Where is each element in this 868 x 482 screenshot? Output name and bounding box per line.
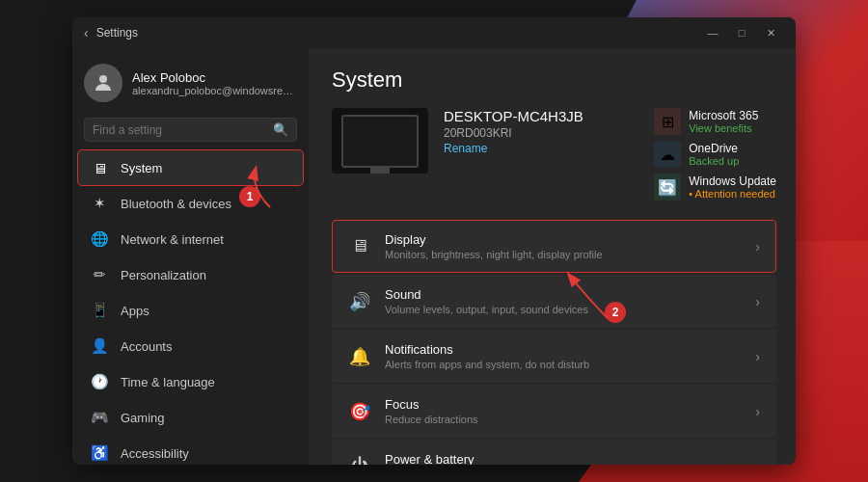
settings-title-4: Power & battery [385, 452, 742, 465]
title-bar: ‹ Settings — □ ✕ [72, 17, 796, 48]
settings-item-focus[interactable]: 🎯 Focus Reduce distractions › [332, 385, 776, 438]
settings-sub-2: Alerts from apps and system, do not dist… [385, 359, 742, 370]
settings-item-power---battery[interactable]: ⏻ Power & battery Sleep, battery usage, … [332, 440, 776, 465]
settings-title-0: Display [385, 232, 742, 247]
close-button[interactable]: ✕ [757, 19, 784, 46]
settings-sub-0: Monitors, brightness, night light, displ… [385, 249, 742, 260]
quick-link-icon-0: ⊞ [654, 108, 681, 135]
sidebar-item-system[interactable]: 🖥 System [78, 150, 303, 185]
settings-text-2: Notifications Alerts from apps and syste… [385, 342, 742, 370]
sidebar-item-time---language[interactable]: 🕐 Time & language [78, 364, 303, 399]
settings-title-2: Notifications [385, 342, 742, 357]
settings-icon-3: 🎯 [348, 400, 371, 423]
back-button[interactable]: ‹ [84, 25, 89, 40]
sidebar: Alex Poloboc alexandru_poloboc@windowsre… [72, 48, 309, 465]
device-name: DESKTOP-MC4H3JB [444, 108, 638, 124]
quick-link-text-1: OneDrive Backed up [689, 142, 739, 167]
sidebar-item-bluetooth---devices[interactable]: ✶ Bluetooth & devices [78, 186, 303, 221]
avatar [84, 64, 122, 102]
quick-link-text-2: Windows Update • Attention needed [689, 174, 776, 200]
nav-label-4: Apps [121, 304, 149, 318]
window-title: Settings [96, 26, 138, 40]
search-container: 🔍 [72, 114, 309, 149]
search-box: 🔍 [84, 118, 297, 142]
nav-label-6: Time & language [121, 375, 215, 389]
nav-label-1: Bluetooth & devices [121, 197, 231, 211]
user-profile[interactable]: Alex Poloboc alexandru_poloboc@windowsre… [72, 48, 309, 114]
settings-title-1: Sound [385, 287, 742, 302]
nav-icon-6: 🕐 [90, 372, 109, 391]
user-info: Alex Poloboc alexandru_poloboc@windowsre… [132, 70, 297, 96]
sidebar-item-gaming[interactable]: 🎮 Gaming [78, 400, 303, 435]
quick-link-2[interactable]: 🔄 Windows Update • Attention needed [654, 174, 776, 201]
nav-label-0: System [121, 161, 162, 175]
sidebar-item-apps[interactable]: 📱 Apps [78, 293, 303, 328]
search-icon: 🔍 [273, 122, 288, 137]
quick-link-sub-2: • Attention needed [689, 188, 776, 200]
settings-text-0: Display Monitors, brightness, night ligh… [385, 232, 742, 260]
nav-label-5: Accounts [121, 339, 172, 354]
annotation-2: 2 [605, 302, 626, 323]
settings-sub-3: Reduce distractions [385, 414, 742, 425]
quick-link-sub-0: View benefits [689, 122, 758, 134]
quick-link-title-0: Microsoft 365 [689, 109, 758, 122]
settings-title-3: Focus [385, 397, 742, 412]
chevron-icon-2: › [755, 349, 760, 364]
quick-link-text-0: Microsoft 365 View benefits [689, 109, 758, 134]
maximize-button[interactable]: □ [728, 19, 755, 46]
settings-list: 🖥 Display Monitors, brightness, night li… [332, 220, 776, 465]
page-title: System [332, 67, 776, 93]
quick-link-icon-1: ☁ [654, 141, 681, 168]
settings-sub-1: Volume levels, output, input, sound devi… [385, 304, 742, 315]
svg-point-0 [99, 75, 107, 83]
device-id: 20RD003KRI [444, 126, 638, 140]
quick-link-1[interactable]: ☁ OneDrive Backed up [654, 141, 776, 168]
settings-icon-4: ⏻ [348, 455, 371, 466]
settings-icon-1: 🔊 [348, 290, 371, 313]
nav-label-8: Accessibility [121, 446, 189, 461]
content-area: System DESKTOP-MC4H3JB 20RD003KRI Rename… [309, 48, 796, 465]
user-avatar-icon [92, 71, 115, 94]
annotation-1: 1 [239, 186, 260, 207]
minimize-button[interactable]: — [699, 19, 726, 46]
window-controls: — □ ✕ [699, 19, 784, 46]
settings-item-notifications[interactable]: 🔔 Notifications Alerts from apps and sys… [332, 330, 776, 383]
user-name: Alex Poloboc [132, 70, 297, 85]
rename-link[interactable]: Rename [444, 142, 638, 155]
chevron-icon-0: › [755, 239, 760, 254]
sidebar-item-accessibility[interactable]: ♿ Accessibility [78, 436, 303, 465]
sidebar-item-accounts[interactable]: 👤 Accounts [78, 329, 303, 363]
nav-icon-8: ♿ [90, 443, 109, 463]
window-body: Alex Poloboc alexandru_poloboc@windowsre… [72, 48, 796, 465]
quick-link-0[interactable]: ⊞ Microsoft 365 View benefits [654, 108, 776, 135]
search-input[interactable] [93, 123, 267, 137]
settings-text-4: Power & battery Sleep, battery usage, ba… [385, 452, 742, 465]
quick-links: ⊞ Microsoft 365 View benefits ☁ OneDrive… [654, 108, 776, 201]
nav-icon-3: ✏ [90, 265, 109, 284]
sidebar-item-personalization[interactable]: ✏ Personalization [78, 257, 303, 292]
nav-icon-0: 🖥 [90, 158, 109, 177]
nav-icon-4: 📱 [90, 301, 109, 320]
quick-link-title-2: Windows Update [689, 174, 776, 188]
settings-icon-0: 🖥 [348, 235, 371, 258]
settings-item-sound[interactable]: 🔊 Sound Volume levels, output, input, so… [332, 275, 776, 328]
user-email: alexandru_poloboc@windowsreport... [132, 85, 297, 96]
quick-link-icon-2: 🔄 [654, 174, 681, 201]
nav-label-3: Personalization [121, 268, 206, 282]
chevron-icon-3: › [755, 404, 760, 419]
nav-label-7: Gaming [121, 411, 165, 425]
device-section: DESKTOP-MC4H3JB 20RD003KRI Rename ⊞ Micr… [332, 108, 776, 201]
settings-text-3: Focus Reduce distractions [385, 397, 742, 425]
settings-item-display[interactable]: 🖥 Display Monitors, brightness, night li… [332, 220, 776, 273]
quick-link-sub-1: Backed up [689, 155, 739, 167]
nav-icon-7: 🎮 [90, 408, 109, 427]
sidebar-item-network---internet[interactable]: 🌐 Network & internet [78, 222, 303, 256]
monitor-icon [341, 115, 419, 168]
settings-text-1: Sound Volume levels, output, input, soun… [385, 287, 742, 315]
settings-icon-2: 🔔 [348, 345, 371, 368]
settings-window: ‹ Settings — □ ✕ Alex Poloboc alexa [72, 17, 796, 465]
chevron-icon-1: › [755, 294, 760, 309]
nav-icon-1: ✶ [90, 194, 109, 213]
nav-label-2: Network & internet [121, 232, 224, 247]
chevron-icon-4: › [755, 459, 760, 466]
